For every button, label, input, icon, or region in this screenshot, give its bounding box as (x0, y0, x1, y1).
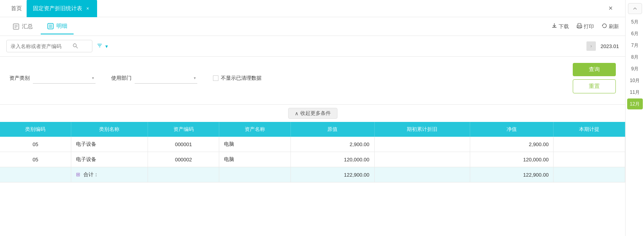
refresh-button[interactable]: 刷新 (602, 23, 619, 30)
month-8[interactable]: 8月 (627, 52, 643, 63)
sub-tabs-left: 汇总 明细 (6, 19, 74, 34)
nav-home[interactable]: 首页 (6, 0, 27, 17)
svg-rect-8 (578, 23, 581, 25)
period-nav-arrow[interactable]: › (586, 41, 596, 51)
cell-accumulated-depreciation (374, 137, 470, 152)
month-12[interactable]: 12月 (627, 98, 643, 109)
data-table-container: 类别编码 类别名称 资产编码 资产名称 原值 期初累计折旧 净值 本期计提 05… (0, 122, 625, 236)
tab-detail-label: 明细 (56, 23, 67, 30)
summary-empty-1 (0, 167, 71, 182)
filter-area: 资产类别 ▾ 使用部门 ▾ 不显示已清理数据 查询 重置 (0, 57, 625, 105)
summary-original-value: 122,900.00 (290, 167, 374, 182)
top-nav: 首页 固定资产折旧统计表 × × (0, 0, 625, 17)
download-button[interactable]: 下载 (552, 23, 569, 30)
hide-cleared-label: 不显示已清理数据 (221, 75, 262, 82)
col-category-name: 类别名称 (71, 122, 148, 137)
col-accumulated-depreciation: 期初累计折旧 (374, 122, 470, 137)
collapse-bar: ∧ 收起更多条件 (0, 105, 625, 122)
svg-rect-9 (578, 27, 581, 28)
tab-detail[interactable]: 明细 (41, 19, 74, 34)
more-conditions-button[interactable]: ▾ (97, 43, 108, 49)
filter-icon (97, 43, 102, 49)
filter-category: 资产类别 ▾ (9, 73, 96, 84)
month-7[interactable]: 7月 (627, 40, 643, 51)
filter-row: 资产类别 ▾ 使用部门 ▾ 不显示已清理数据 查询 重置 (9, 63, 616, 93)
chevron-down-icon: ▾ (105, 43, 108, 49)
month-10[interactable]: 10月 (627, 75, 643, 86)
summary-label: 合计： (83, 172, 99, 177)
right-sidebar: 5月 6月 7月 8月 9月 10月 11月 12月 (625, 0, 644, 236)
col-current-depreciation: 本期计提 (554, 122, 625, 137)
department-arrow: ▾ (194, 76, 196, 80)
cell-asset-name: 电脑 (219, 137, 291, 152)
reset-button[interactable]: 重置 (573, 79, 616, 93)
asset-category-select[interactable]: ▾ (33, 73, 96, 84)
cell-net-value: 2,900.00 (470, 137, 554, 152)
summary-empty-3 (219, 167, 291, 182)
svg-point-10 (73, 44, 76, 47)
cell-net-value: 120,000.00 (470, 152, 554, 167)
scroll-up-button[interactable] (628, 3, 642, 14)
tab-summary[interactable]: 汇总 (6, 19, 39, 34)
refresh-icon (602, 23, 607, 30)
search-input-wrapper[interactable] (6, 40, 92, 52)
summary-current-dep (554, 167, 625, 182)
table-row: 05 电子设备 000001 电脑 2,900.00 2,900.00 (0, 137, 625, 152)
summary-row: ⊞ 合计： 122,900.00 122,900.00 (0, 167, 625, 182)
cell-category-code: 05 (0, 152, 71, 167)
cell-current-depreciation (554, 152, 625, 167)
period-label: 2023.01 (601, 43, 619, 49)
svg-line-11 (76, 46, 78, 48)
cell-category-name: 电子设备 (71, 152, 148, 167)
print-button[interactable]: 打印 (577, 23, 594, 30)
summary-icon: ⊞ (76, 172, 80, 177)
cell-current-depreciation (554, 137, 625, 152)
cell-asset-code: 000001 (148, 137, 219, 152)
cell-category-code: 05 (0, 137, 71, 152)
cell-category-name: 电子设备 (71, 137, 148, 152)
print-label: 打印 (584, 23, 594, 30)
collapse-button[interactable]: ∧ 收起更多条件 (288, 108, 337, 119)
summary-icon (13, 23, 20, 30)
tab-summary-label: 汇总 (22, 23, 33, 30)
search-bar: ▾ › 2023.01 (0, 36, 625, 57)
search-input[interactable] (11, 43, 69, 49)
department-select[interactable]: ▾ (135, 73, 197, 84)
cell-original-value: 120,000.00 (290, 152, 374, 167)
summary-label-cell: ⊞ 合计： (71, 167, 148, 182)
summary-accumulated (374, 167, 470, 182)
cell-asset-code: 000002 (148, 152, 219, 167)
query-button[interactable]: 查询 (573, 63, 616, 76)
asset-category-arrow: ▾ (92, 76, 94, 80)
col-category-code: 类别编码 (0, 122, 71, 137)
hide-cleared-checkbox[interactable]: 不显示已清理数据 (213, 75, 262, 82)
sub-tabs-bar: 汇总 明细 下载 打印 (0, 17, 625, 36)
toolbar-buttons: 下载 打印 刷新 (552, 23, 619, 30)
filter-buttons: 查询 重置 (573, 63, 616, 93)
col-asset-name: 资产名称 (219, 122, 291, 137)
cell-asset-name: 电脑 (219, 152, 291, 167)
refresh-label: 刷新 (609, 23, 619, 30)
data-table: 类别编码 类别名称 资产编码 资产名称 原值 期初累计折旧 净值 本期计提 05… (0, 122, 625, 182)
table-row: 05 电子设备 000002 电脑 120,000.00 120,000.00 (0, 152, 625, 167)
filter-department: 使用部门 ▾ (111, 73, 197, 84)
search-icon (72, 43, 78, 50)
asset-category-label: 资产类别 (9, 75, 30, 82)
nav-tab-active[interactable]: 固定资产折旧统计表 × (27, 0, 97, 17)
summary-empty-2 (148, 167, 219, 182)
col-original-value: 原值 (290, 122, 374, 137)
cell-original-value: 2,900.00 (290, 137, 374, 152)
month-5[interactable]: 5月 (627, 16, 643, 27)
month-11[interactable]: 11月 (627, 87, 643, 98)
tab-close-button[interactable]: × (85, 5, 91, 12)
checkbox-box[interactable] (213, 75, 218, 81)
month-9[interactable]: 9月 (627, 63, 643, 74)
window-close-button[interactable]: × (602, 4, 619, 13)
summary-net-value: 122,900.00 (470, 167, 554, 182)
collapse-label: 收起更多条件 (300, 110, 331, 117)
table-header-row: 类别编码 类别名称 资产编码 资产名称 原值 期初累计折旧 净值 本期计提 (0, 122, 625, 137)
col-net-value: 净值 (470, 122, 554, 137)
month-6[interactable]: 6月 (627, 28, 643, 39)
print-icon (577, 23, 582, 30)
chevron-up-icon: ∧ (295, 111, 299, 116)
